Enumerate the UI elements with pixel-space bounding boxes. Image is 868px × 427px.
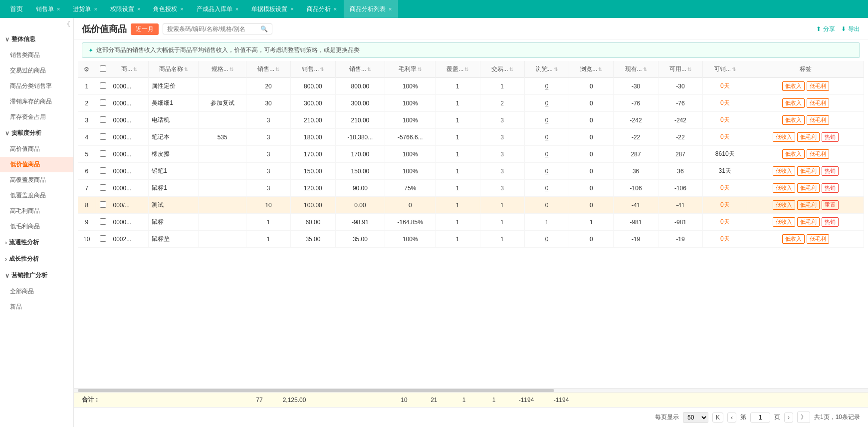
col-cover[interactable]: 覆盖...⇅ <box>435 61 480 78</box>
search-input[interactable] <box>167 25 260 32</box>
sidebar-item-low-cover[interactable]: 低覆盖度商品 <box>0 188 73 203</box>
row-view1[interactable]: 0 <box>524 163 569 180</box>
row-checkbox[interactable] <box>100 184 106 191</box>
nav-sales[interactable]: 销售单 × <box>30 0 66 18</box>
select-all-checkbox[interactable] <box>100 65 106 72</box>
export-btn[interactable]: ⬇ 导出 <box>841 25 860 33</box>
nav-products[interactable]: 产成品入库单 × <box>191 0 244 18</box>
row-checkbox[interactable] <box>100 116 106 123</box>
row-checkbox-cell[interactable] <box>96 146 110 163</box>
sidebar-item-sales-goods[interactable]: 销售类商品 <box>0 47 73 63</box>
search-icon[interactable]: 🔍 <box>260 25 268 32</box>
nav-products-close[interactable]: × <box>235 6 238 12</box>
row-checkbox[interactable] <box>100 235 106 242</box>
settings-icon[interactable]: ⚙ <box>84 66 89 73</box>
col-saleable[interactable]: 可销...⇅ <box>703 61 747 78</box>
filter-recent-month-btn[interactable]: 近一月 <box>131 23 159 35</box>
view1-link[interactable]: 0 <box>545 134 549 141</box>
search-box[interactable]: 🔍 <box>163 23 272 34</box>
table-scrollbar[interactable] <box>74 388 868 392</box>
sidebar-section-contribution[interactable]: ∨ 贡献度分析 <box>0 125 73 141</box>
sidebar-item-slow-goods[interactable]: 滞销库存的商品 <box>0 94 73 109</box>
col-current[interactable]: 现有...⇅ <box>614 61 658 78</box>
sidebar-section-marketing[interactable]: ∨ 营销推广分析 <box>0 267 73 284</box>
nav-analysis-list-close[interactable]: × <box>389 6 392 12</box>
sidebar-item-new-goods[interactable]: 新品 <box>0 299 73 315</box>
first-page-btn[interactable]: K <box>712 413 723 423</box>
nav-permissions-close[interactable]: × <box>137 6 140 12</box>
sidebar-collapse-btn[interactable]: 《 <box>63 20 70 29</box>
row-checkbox[interactable] <box>100 99 106 106</box>
row-checkbox[interactable] <box>100 201 106 208</box>
page-input[interactable] <box>750 413 770 423</box>
row-checkbox-cell[interactable] <box>96 112 110 129</box>
view1-link[interactable]: 0 <box>545 202 549 209</box>
sidebar-item-all-goods[interactable]: 全部商品 <box>0 284 73 299</box>
row-checkbox-cell[interactable] <box>96 163 110 180</box>
nav-analysis-list[interactable]: 商品分析列表 × <box>344 0 398 18</box>
view1-link[interactable]: 0 <box>545 117 549 124</box>
row-checkbox-cell[interactable] <box>96 78 110 95</box>
sidebar-item-inventory-capital[interactable]: 库存资金占用 <box>0 109 73 125</box>
col-qty[interactable]: 销售...⇅ <box>246 61 290 78</box>
view1-link[interactable]: 0 <box>545 236 549 243</box>
col-cost[interactable]: 销售...⇅ <box>335 61 385 78</box>
view1-link[interactable]: 0 <box>545 185 549 192</box>
col-view2[interactable]: 浏览...⇅ <box>569 61 614 78</box>
col-settings[interactable]: ⚙ <box>78 61 96 78</box>
sidebar-item-low-value[interactable]: 低价值商品 <box>0 157 73 172</box>
nav-templates-close[interactable]: × <box>290 6 293 12</box>
row-checkbox-cell[interactable] <box>96 95 110 112</box>
row-checkbox[interactable] <box>100 218 106 225</box>
col-code[interactable]: 商...⇅ <box>110 61 149 78</box>
col-view1[interactable]: 浏览...⇅ <box>524 61 569 78</box>
table-container[interactable]: ⚙ 商...⇅ 商品名称⇅ 规格...⇅ 销售...⇅ 销售...⇅ 销售...… <box>74 61 868 388</box>
col-spec[interactable]: 规格...⇅ <box>199 61 246 78</box>
nav-home[interactable]: 首页 <box>4 0 29 18</box>
row-view1[interactable]: 0 <box>524 95 569 112</box>
col-usable[interactable]: 可用...⇅ <box>658 61 702 78</box>
last-page-btn[interactable]: 》 <box>797 412 810 423</box>
nav-roles-close[interactable]: × <box>180 6 183 12</box>
per-page-select[interactable]: 50 100 200 <box>683 412 708 423</box>
nav-templates[interactable]: 单据模板设置 × <box>245 0 299 18</box>
row-view1[interactable]: 0 <box>524 197 569 214</box>
row-checkbox[interactable] <box>100 167 106 174</box>
sidebar-item-low-margin[interactable]: 低毛利商品 <box>0 219 73 234</box>
row-checkbox-cell[interactable] <box>96 214 110 231</box>
row-checkbox-cell[interactable] <box>96 231 110 248</box>
col-trade[interactable]: 交易...⇅ <box>480 61 524 78</box>
nav-analysis[interactable]: 商品分析 × <box>301 0 343 18</box>
view1-link[interactable]: 0 <box>545 100 549 107</box>
col-name[interactable]: 商品名称⇅ <box>149 61 199 78</box>
sidebar-section-overview[interactable]: ∨ 整体信息 <box>0 31 73 47</box>
sidebar-item-high-value[interactable]: 高价值商品 <box>0 141 73 157</box>
share-btn[interactable]: ⬆ 分享 <box>816 25 835 33</box>
sidebar-item-high-cover[interactable]: 高覆盖度商品 <box>0 172 73 188</box>
col-margin[interactable]: 毛利率⇅ <box>385 61 435 78</box>
nav-analysis-close[interactable]: × <box>334 6 337 12</box>
row-view1[interactable]: 0 <box>524 146 569 163</box>
row-view1[interactable]: 1 <box>524 214 569 231</box>
sidebar-section-growth[interactable]: › 成长性分析 <box>0 251 73 267</box>
view1-link[interactable]: 0 <box>545 168 549 175</box>
row-checkbox[interactable] <box>100 133 106 140</box>
sidebar-item-high-margin[interactable]: 高毛利商品 <box>0 203 73 219</box>
col-amount[interactable]: 销售...⇅ <box>291 61 335 78</box>
nav-purchase[interactable]: 进货单 × <box>67 0 103 18</box>
sidebar-section-flow[interactable]: › 流通性分析 <box>0 234 73 251</box>
col-checkbox[interactable] <box>96 61 110 78</box>
nav-permissions[interactable]: 权限设置 × <box>104 0 146 18</box>
view1-link[interactable]: 0 <box>545 151 549 158</box>
row-view1[interactable]: 0 <box>524 78 569 95</box>
row-checkbox-cell[interactable] <box>96 129 110 146</box>
next-page-btn[interactable]: › <box>784 413 793 423</box>
view1-link[interactable]: 0 <box>545 83 549 90</box>
row-checkbox[interactable] <box>100 150 106 157</box>
prev-page-btn[interactable]: ‹ <box>727 413 736 423</box>
row-checkbox-cell[interactable] <box>96 197 110 214</box>
sidebar-item-category-sales[interactable]: 商品分类销售率 <box>0 78 73 94</box>
nav-sales-close[interactable]: × <box>57 6 60 12</box>
nav-purchase-close[interactable]: × <box>94 6 97 12</box>
view1-link[interactable]: 1 <box>545 219 549 226</box>
